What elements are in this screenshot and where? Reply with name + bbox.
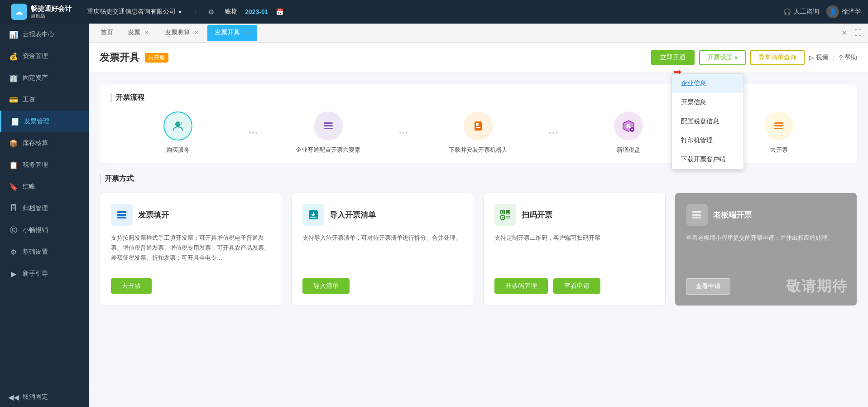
dropdown-item-download-client[interactable]: 下载开票客户端 [672, 150, 743, 169]
logo-text-block: 畅捷通好会计 旗舰版 [31, 5, 72, 19]
close-tab-btn[interactable]: ✕ [839, 27, 849, 39]
svg-rect-2 [324, 122, 333, 124]
sidebar-item-fund[interactable]: 💰 资金管理 [0, 45, 89, 67]
sidebar-item-payroll[interactable]: 💳 工资 [0, 89, 89, 111]
maximize-tab-btn[interactable]: ⛶ [853, 27, 863, 39]
sidebar-item-guide[interactable]: ▶ 新手引导 [0, 263, 89, 285]
go-invoice-btn[interactable]: 去开票 [111, 278, 152, 294]
sidebar-item-basic-settings[interactable]: ⚙ 基础设置 [0, 241, 89, 263]
dropdown-item-tax-config[interactable]: 配置税盘信息 [672, 112, 743, 131]
tab-invoice-test[interactable]: 发票测算 ✕ [158, 25, 207, 41]
sidebar-item-inventory[interactable]: 📦 库存核算 [0, 132, 89, 154]
svg-rect-23 [502, 211, 504, 213]
sidebar-item-accounting[interactable]: 🔖 结账 [0, 176, 89, 198]
video-btn[interactable]: ▷ 视频 [809, 53, 829, 62]
abnormal-btn[interactable]: 异常清单查询 [750, 50, 805, 65]
page-title: 发票开具 [100, 51, 139, 64]
svg-rect-19 [310, 217, 317, 218]
step-icon-config [314, 111, 343, 141]
fixed-assets-icon: 🏢 [9, 73, 18, 82]
fill-invoice-desc: 支持按照发票样式手工填开发票；可开具增值税电子普通发票、增值税普通发票、增值税专… [111, 233, 271, 269]
printer-label: 打印机管理 [681, 136, 713, 144]
settings-btn[interactable]: 开票设置 ▾ [699, 50, 746, 65]
open-btn[interactable]: 立即开通 [651, 50, 695, 65]
tab-close-icon[interactable]: ✕ [243, 29, 250, 36]
svg-rect-25 [502, 217, 504, 218]
divider: + [193, 8, 197, 15]
svg-rect-29 [508, 218, 510, 218]
consult-button[interactable]: 🎧 人工咨询 [783, 8, 819, 16]
method-header: 老板端开票 [686, 204, 846, 226]
sidebar-label: 资金管理 [23, 52, 48, 60]
sidebar-item-report-sales[interactable]: Ⓒ 小畅报销 [0, 219, 89, 241]
settings-icon[interactable]: ⚙ [204, 6, 218, 18]
fund-icon: 💰 [9, 52, 18, 61]
flow-step-config: 企业开通配置开票六要素 [261, 111, 396, 154]
tab-label: 发票 [128, 29, 140, 37]
sidebar-item-tax[interactable]: 📋 税务管理 [0, 154, 89, 176]
tab-invoice[interactable]: 发票 ✕ [120, 25, 158, 41]
step-label-add-tax: 新增税盘 [617, 146, 640, 154]
period-label: 账期 [225, 8, 238, 16]
scan-invoice-desc: 支持定制开票二维码，客户端可扫码开票 [494, 233, 654, 269]
dropdown-item-invoice-info[interactable]: 开票信息 [672, 93, 743, 112]
flow-connector [245, 132, 261, 134]
sidebar-label: 结账 [23, 183, 35, 191]
calendar-icon[interactable]: 📅 [276, 8, 283, 15]
logo-text: 畅捷通好会计 [31, 5, 72, 13]
import-list-btn[interactable]: 导入清单 [302, 278, 350, 294]
sidebar-item-cloud-report[interactable]: 📊 云报表中心 [0, 24, 89, 45]
page-content: 发票开具 待开通 立即开通 开票设置 ▾ 异常清单查询 ▷ 视频 [89, 43, 868, 407]
tab-invoice-tool[interactable]: 发票开具 ✕ [207, 25, 257, 41]
payroll-icon: 💳 [9, 95, 18, 104]
consult-label: 人工咨询 [794, 8, 819, 16]
period-value: 2023-01 [245, 8, 268, 15]
company-selector[interactable]: 重庆畅捷交通信息咨询有限公司 ▾ [82, 5, 186, 19]
tab-home[interactable]: 首页 [93, 25, 120, 41]
page-header: 发票开具 待开通 立即开通 开票设置 ▾ 异常清单查询 ▷ 视频 [89, 43, 868, 73]
sidebar-bottom: ◀◀ 取消固定 [0, 387, 89, 407]
tab-close-icon[interactable]: ✕ [143, 29, 150, 36]
step-label-go-invoice: 去开票 [770, 146, 788, 154]
settings-label: 开票设置 [707, 53, 733, 62]
dropdown-menu: 企业信息 开票信息 配置税盘信息 打印机管理 [671, 73, 744, 170]
sidebar-item-fixed-assets[interactable]: 🏢 固定资产 [0, 67, 89, 89]
invoice-icon: 🧾 [10, 117, 19, 126]
method-footer: 去开票 [111, 278, 271, 294]
tax-config-label: 配置税盘信息 [681, 117, 719, 125]
sidebar-item-invoice[interactable]: 🧾 发票管理 [0, 111, 89, 132]
dropdown-item-company-info[interactable]: 企业信息 [672, 74, 743, 93]
scan-code-mgmt-btn[interactable]: 开票码管理 [494, 278, 548, 294]
cloud-report-icon: 📊 [9, 30, 18, 39]
top-right-actions: 🎧 人工咨询 👤 徐泽华 [783, 5, 861, 18]
user-info[interactable]: 👤 徐泽华 [826, 5, 861, 18]
report-sales-icon: Ⓒ [9, 226, 18, 235]
accounting-icon: 🔖 [9, 182, 18, 191]
tab-close-icon[interactable]: ✕ [193, 29, 200, 36]
method-header: 导入开票清单 [302, 204, 462, 226]
view-apply-btn[interactable]: 查看申请 [553, 278, 600, 294]
method-header: 扫码开票 [494, 204, 654, 226]
svg-rect-24 [507, 211, 509, 213]
methods-section-title: 开票方式 [100, 174, 857, 184]
help-btn[interactable]: ? 帮助 [839, 53, 857, 62]
sidebar-item-archive[interactable]: 🗄 归档管理 [0, 198, 89, 219]
method-header: 发票填开 [111, 204, 271, 226]
flow-step-buy: 购买服务 [110, 111, 245, 154]
boss-view-apply-btn[interactable]: 查看申请 [686, 278, 730, 295]
unpin-icon: ◀◀ [9, 392, 18, 402]
flow-step-download: 下载并安装开票机器人 [411, 111, 546, 154]
body-content: 开票流程 购买服务 [89, 73, 868, 317]
dropdown-item-printer[interactable]: 打印机管理 [672, 131, 743, 150]
archive-icon: 🗄 [9, 204, 18, 213]
methods-grid: 发票填开 支持按照发票样式手工填开发票；可开具增值税电子普通发票、增值税普通发票… [100, 193, 857, 306]
sidebar-item-unpin[interactable]: ◀◀ 取消固定 [0, 387, 89, 407]
scan-icon [494, 204, 516, 226]
scan-invoice-title: 扫码开票 [522, 210, 552, 220]
sidebar-label: 税务管理 [23, 161, 48, 169]
sidebar-label: 归档管理 [23, 204, 48, 213]
sidebar-label: 发票管理 [24, 117, 49, 126]
sidebar-label: 云报表中心 [23, 30, 54, 39]
svg-rect-6 [476, 123, 479, 126]
flow-connector [396, 132, 411, 134]
